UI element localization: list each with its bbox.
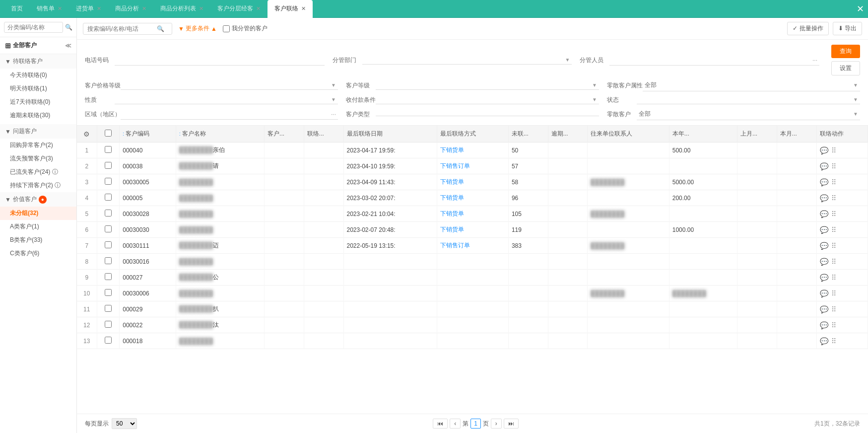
first-page-btn[interactable]: ⏮ <box>433 419 448 429</box>
tab-purchase-close[interactable]: ✕ <box>97 5 101 12</box>
more-icon[interactable]: ⠿ <box>831 178 836 186</box>
batch-operations-button[interactable]: ✓ 批量操作 <box>787 22 828 35</box>
td-check[interactable] <box>97 190 120 206</box>
tab-customer-contact[interactable]: 客户联络 ✕ <box>267 0 313 18</box>
sidebar-item-churn-warning[interactable]: 流失预警客户(3) <box>0 152 76 165</box>
tab-purchase[interactable]: 进货单 ✕ <box>69 0 108 18</box>
more-icon[interactable]: ⠿ <box>831 162 836 170</box>
col-sort-icon[interactable]: : <box>123 131 124 137</box>
dept-select[interactable]: ▼ <box>362 56 572 65</box>
sidebar-score-group[interactable]: ▼ 价值客户 ● <box>0 192 76 207</box>
sidebar-item-7day-pending[interactable]: 近7天待联络(0) <box>0 95 76 109</box>
tab-sales-close[interactable]: ✕ <box>58 5 62 12</box>
filter-my-customers[interactable]: 我分管的客户 <box>223 24 267 33</box>
td-last-contact-type[interactable]: 下销货单 <box>437 206 508 222</box>
chat-icon[interactable]: 💬 <box>820 337 828 345</box>
sidebar-search-input[interactable] <box>4 22 63 33</box>
sidebar-item-tomorrow-pending[interactable]: 明天待联络(1) <box>0 82 76 95</box>
td-check[interactable] <box>97 158 120 174</box>
zero-customer-select[interactable]: 全部 ▼ <box>637 108 860 120</box>
td-check[interactable] <box>97 270 120 286</box>
chat-icon[interactable]: 💬 <box>820 146 828 154</box>
chat-icon[interactable]: 💬 <box>820 210 828 218</box>
sidebar-item-a-class[interactable]: A类客户(1) <box>0 220 76 233</box>
tab-customer-segment[interactable]: 客户分层经客 ✕ <box>210 0 267 18</box>
contact-type-link[interactable]: 下销货单 <box>440 226 464 233</box>
filter-search-icon[interactable]: 🔍 <box>157 25 164 32</box>
payment-select[interactable]: ▼ <box>376 95 599 104</box>
contact-type-link[interactable]: 下销售订单 <box>440 162 470 169</box>
more-icon[interactable]: ⠿ <box>831 146 836 154</box>
region-select[interactable]: ··· <box>121 109 338 120</box>
person-select[interactable]: ··· <box>609 55 819 66</box>
td-check[interactable] <box>97 333 120 349</box>
sidebar-item-today-pending[interactable]: 今天待联络(0) <box>0 69 76 82</box>
sidebar-pending-group[interactable]: ▼ 待联络客户 <box>0 54 76 69</box>
row-checkbox[interactable] <box>105 210 112 216</box>
price-level-select[interactable]: ▼ <box>121 81 338 90</box>
phone-input[interactable] <box>115 55 325 66</box>
more-icon[interactable]: ⠿ <box>831 242 836 250</box>
tab-customer-contact-close[interactable]: ✕ <box>301 5 306 12</box>
person-dots-icon[interactable]: ··· <box>812 57 817 64</box>
per-page-select[interactable]: 50 100 200 <box>112 418 137 429</box>
more-icon[interactable]: ⠿ <box>831 258 836 266</box>
tab-product-analysis-close[interactable]: ✕ <box>142 5 146 12</box>
sidebar-all-customers[interactable]: ⊞ 全部客户 ≪ <box>0 37 76 54</box>
td-last-contact-type[interactable] <box>437 286 508 301</box>
chat-icon[interactable]: 💬 <box>820 226 828 234</box>
sidebar-item-ungroup[interactable]: 未分组(32) <box>0 207 76 220</box>
query-button[interactable]: 查询 <box>831 45 860 58</box>
th-gear[interactable]: ⚙ <box>77 126 97 143</box>
more-icon[interactable]: ⠿ <box>831 289 836 297</box>
chat-icon[interactable]: 💬 <box>820 178 828 186</box>
sidebar-search-icon[interactable]: 🔍 <box>65 24 72 31</box>
row-checkbox[interactable] <box>105 146 112 153</box>
tab-sales[interactable]: 销售单 ✕ <box>30 0 69 18</box>
contact-type-link[interactable]: 下销货单 <box>440 178 464 185</box>
td-check[interactable] <box>97 254 120 270</box>
zero-attr-select[interactable]: 全部 ▼ <box>643 79 860 91</box>
chat-icon[interactable]: 💬 <box>820 305 828 313</box>
more-icon[interactable]: ⠿ <box>831 226 836 234</box>
customer-type-select[interactable] <box>376 113 599 116</box>
td-check[interactable] <box>97 286 120 301</box>
prev-page-btn[interactable]: ‹ <box>450 419 461 429</box>
status-select[interactable]: ▼ <box>637 95 860 104</box>
row-checkbox[interactable] <box>105 194 112 201</box>
chat-icon[interactable]: 💬 <box>820 242 828 250</box>
select-all-checkbox[interactable] <box>105 130 112 137</box>
chat-icon[interactable]: 💬 <box>820 194 828 202</box>
td-last-contact-type[interactable]: 下销货单 <box>437 222 508 238</box>
td-last-contact-type[interactable] <box>437 333 508 349</box>
next-page-btn[interactable]: › <box>491 419 502 429</box>
td-last-contact-type[interactable] <box>437 270 508 286</box>
row-checkbox[interactable] <box>105 257 112 264</box>
td-last-contact-type[interactable]: 下销售订单 <box>437 238 508 254</box>
tab-product-list[interactable]: 商品分析列表 ✕ <box>153 0 210 18</box>
region-dots-icon[interactable]: ··· <box>331 111 336 118</box>
filter-search-input[interactable] <box>87 25 157 32</box>
tab-home[interactable]: 首页 <box>4 0 30 18</box>
more-icon[interactable]: ⠿ <box>831 337 836 345</box>
sidebar-problem-group[interactable]: ▼ 问题客户 <box>0 124 76 139</box>
td-check[interactable] <box>97 222 120 238</box>
td-check[interactable] <box>97 143 120 158</box>
collapse-icon[interactable]: ≪ <box>65 42 71 49</box>
filter-more-conditions[interactable]: ▼ 更多条件 ▲ <box>178 24 217 33</box>
sidebar-item-repurchase-abnormal[interactable]: 回购异常客户(2) <box>0 139 76 152</box>
tab-product-list-close[interactable]: ✕ <box>199 5 203 12</box>
my-customers-checkbox[interactable] <box>223 25 230 32</box>
row-checkbox[interactable] <box>105 321 112 328</box>
td-last-contact-type[interactable] <box>437 254 508 270</box>
gender-select[interactable]: ▼ <box>115 95 338 104</box>
reset-button[interactable]: 设置 <box>831 61 860 75</box>
chat-icon[interactable]: 💬 <box>820 321 828 329</box>
contact-type-link[interactable]: 下销货单 <box>440 146 464 153</box>
row-checkbox[interactable] <box>105 289 112 296</box>
td-last-contact-type[interactable] <box>437 317 508 333</box>
row-checkbox[interactable] <box>105 241 112 248</box>
row-checkbox[interactable] <box>105 337 112 344</box>
row-checkbox[interactable] <box>105 225 112 232</box>
sidebar-item-b-class[interactable]: B类客户(33) <box>0 233 76 247</box>
